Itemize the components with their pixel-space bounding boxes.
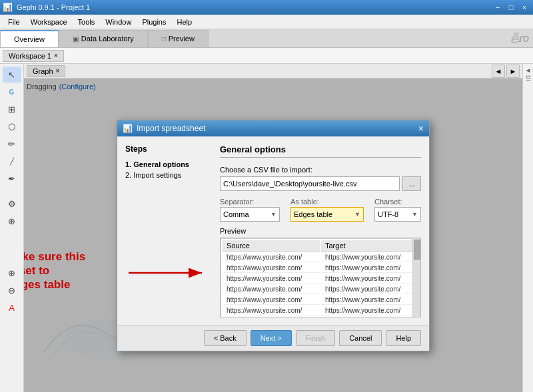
tool-node[interactable]: ⊕	[3, 213, 21, 229]
tab-data-laboratory[interactable]: ▣ Data Laboratory	[59, 30, 148, 47]
dialog-close-button[interactable]: ×	[418, 123, 424, 134]
table-row: https://www.yoursite.com/	[321, 274, 418, 284]
graph-canvas[interactable]: Dragging (Configure)	[24, 79, 522, 392]
dialog-overlay: 📊 Import spreadsheet × Steps 1.	[24, 79, 522, 392]
import-dialog: 📊 Import spreadsheet × Steps 1.	[117, 120, 430, 351]
table-row: https://www.yoursite.com/	[321, 317, 418, 317]
table-dropdown-icon: ▼	[354, 211, 360, 218]
close-window-button[interactable]: ×	[518, 2, 530, 13]
arrow-right-icon[interactable]: ►	[506, 65, 520, 78]
charset-value: UTF-8	[378, 210, 398, 218]
file-row: ...	[220, 176, 421, 191]
tool-zoom-in[interactable]: ⊕	[3, 265, 21, 281]
table-row: https://www.yoursite.com/	[223, 295, 320, 305]
charset-group: Charset: UTF-8 ▼	[374, 198, 421, 222]
minimize-button[interactable]: −	[492, 2, 504, 13]
arrow-left-icon[interactable]: ◄	[492, 65, 505, 78]
menu-window[interactable]: Window	[100, 17, 137, 27]
tool-layout[interactable]: ⊞	[3, 101, 21, 117]
right-arrow-icon[interactable]: ◄	[525, 67, 532, 74]
dialog-icon: 📊	[123, 124, 133, 133]
tool-settings[interactable]: ⚙	[3, 196, 21, 212]
tab-overview[interactable]: Overview	[0, 30, 59, 47]
options-row: Separator: Comma ▼ As	[220, 198, 421, 222]
gephi-logo-area: ẽ ɾo	[510, 31, 533, 47]
separator-value: Comma	[223, 210, 249, 218]
app-icon: 📊	[3, 3, 13, 12]
scrollbar-thumb[interactable]	[414, 240, 420, 260]
table-row: https://www.yoursite.com/	[223, 317, 320, 317]
graph-header-actions: ◄ ►	[492, 65, 520, 78]
tool-brush[interactable]: ✏	[3, 136, 21, 152]
menu-workspace[interactable]: Workspace	[25, 17, 73, 27]
table-select[interactable]: Edges table ▼	[290, 207, 364, 222]
dialog-container: 📊 Import spreadsheet × Steps 1.	[117, 120, 430, 351]
table-row: https://www.yoursite.com/	[223, 274, 320, 284]
right-sidebar-label: Di	[525, 75, 532, 81]
menu-help[interactable]: Help	[171, 17, 197, 27]
left-sidebar: ↖ G ⊞ ⬡ ✏ ╱ ✒ ⚙ ⊕ ⊕ ⊖ A	[0, 64, 24, 392]
dialog-title-bar: 📊 Import spreadsheet ×	[117, 120, 429, 136]
tab-overview-label: Overview	[14, 35, 45, 43]
menu-bar: File Workspace Tools Window Plugins Help	[0, 15, 533, 29]
maximize-button[interactable]: □	[505, 2, 517, 13]
gephi-logo: ẽ	[510, 31, 518, 47]
workspace-name: Workspace 1	[9, 52, 51, 60]
title-bar-left: 📊 Gephi 0.9.1 - Project 1	[3, 3, 90, 12]
table-value: Edges table	[294, 210, 332, 218]
csv-label: Choose a CSV file to import:	[220, 166, 421, 174]
steps-title: Steps	[125, 144, 209, 154]
preview-label: Preview	[220, 227, 421, 235]
next-button[interactable]: Next >	[251, 330, 292, 346]
app-title: Gephi 0.9.1 - Project 1	[17, 3, 90, 11]
file-path-input[interactable]	[220, 176, 400, 191]
charset-select[interactable]: UTF-8 ▼	[374, 207, 421, 222]
dialog-title-text: Import spreadsheet	[137, 124, 205, 133]
charset-label: Charset:	[374, 198, 421, 206]
annotation-text: Make sure this is set to Edges table	[24, 250, 85, 292]
graph-header: Graph × ◄ ►	[24, 64, 522, 79]
table-row: https://www.yoursite.com/	[321, 253, 418, 262]
menu-plugins[interactable]: Plugins	[137, 17, 171, 27]
tool-edge[interactable]: ⬡	[3, 118, 21, 134]
step-1: 1. General options	[125, 159, 209, 170]
table-group: As table: Edges table ▼	[290, 198, 364, 222]
title-bar: 📊 Gephi 0.9.1 - Project 1 − □ ×	[0, 0, 533, 15]
separator-group: Separator: Comma ▼	[220, 198, 280, 222]
section-title: General options	[220, 144, 421, 158]
workspace-tab[interactable]: Workspace 1 ×	[3, 50, 64, 62]
graph-tab-close-icon[interactable]: ×	[56, 67, 60, 75]
table-label: As table:	[290, 198, 364, 206]
workspace-close-icon[interactable]: ×	[54, 52, 58, 59]
preview-table: Source Target https://www.yoursite.com/h…	[221, 238, 420, 317]
browse-button[interactable]: ...	[402, 176, 421, 191]
table-row: https://www.yoursite.com/	[321, 285, 418, 294]
window-controls: − □ ×	[492, 2, 530, 13]
menu-file[interactable]: File	[3, 17, 25, 27]
dialog-steps: Steps 1. General options 2. Import setti…	[125, 144, 209, 317]
graph-tab[interactable]: Graph ×	[27, 65, 65, 77]
main-layout: ↖ G ⊞ ⬡ ✏ ╱ ✒ ⚙ ⊕ ⊕ ⊖ A Graph × ◄ ►	[0, 64, 533, 392]
tool-select[interactable]: ↖	[3, 67, 21, 83]
col-target: Target	[321, 240, 418, 252]
tab-preview-label: Preview	[169, 35, 195, 43]
tool-line[interactable]: ╱	[3, 153, 21, 169]
back-button[interactable]: < Back	[204, 330, 247, 346]
main-tab-bar: Overview ▣ Data Laboratory □ Preview ẽ ɾ…	[0, 29, 533, 48]
tab-preview[interactable]: □ Preview	[148, 30, 209, 47]
separator-select[interactable]: Comma ▼	[220, 207, 280, 222]
table-row: https://www.yoursite.com/	[223, 253, 320, 262]
separator-label: Separator:	[220, 198, 280, 206]
tool-zoom-out[interactable]: ⊖	[3, 282, 21, 298]
tool-pencil[interactable]: ✒	[3, 170, 21, 186]
separator-dropdown-icon: ▼	[270, 211, 276, 218]
help-button[interactable]: Help	[386, 330, 421, 346]
tool-color[interactable]: A	[3, 299, 21, 315]
finish-button[interactable]: Finish	[296, 330, 335, 346]
preview-scrollbar[interactable]	[412, 238, 420, 317]
workspace-row: Workspace 1 ×	[0, 48, 533, 64]
cancel-button[interactable]: Cancel	[339, 330, 382, 346]
preview-table-wrapper: Source Target https://www.yoursite.com/h…	[220, 238, 421, 317]
menu-tools[interactable]: Tools	[73, 17, 101, 27]
dialog-main: General options Choose a CSV file to imp…	[220, 144, 421, 317]
